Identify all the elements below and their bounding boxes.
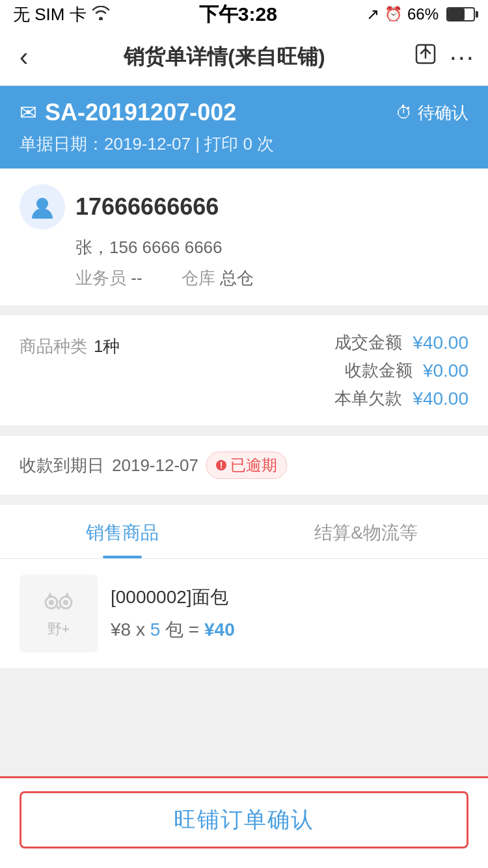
order-id: SA-20191207-002	[45, 99, 236, 126]
wifi-icon	[92, 5, 110, 25]
product-qty: 5	[150, 619, 161, 640]
date-label: 单据日期：	[20, 134, 104, 154]
product-item: 野+ [0000002]面包 ¥8 x 5 包 = ¥40	[0, 559, 488, 669]
nav-bar: ‹ 销货单详情(来自旺铺) ···	[0, 29, 488, 86]
customer-card: 17666666666 张，156 6666 6666 业务员 -- 仓库 总仓	[0, 169, 488, 305]
page-title: 销货单详情(来自旺铺)	[124, 43, 325, 72]
avatar	[20, 184, 65, 230]
order-date-row: 单据日期：2019-12-07 | 打印 0 次	[20, 133, 468, 156]
product-total: ¥40	[204, 619, 235, 640]
svg-point-5	[63, 600, 68, 605]
product-list: 野+ [0000002]面包 ¥8 x 5 包 = ¥40	[0, 559, 488, 669]
tab-settlement-logistics[interactable]: 结算&物流等	[244, 505, 488, 558]
confirm-order-button[interactable]: 旺铺订单确认	[20, 791, 468, 848]
customer-meta: 业务员 -- 仓库 总仓	[75, 267, 468, 290]
product-equals: =	[189, 619, 204, 640]
battery-icon	[446, 7, 475, 21]
customer-phone: 17666666666	[75, 193, 219, 221]
order-header: ✉ SA-20191207-002 ⏱ 待确认 单据日期：2019-12-07 …	[0, 86, 488, 169]
overdue-badge: ! 已逾期	[206, 452, 287, 479]
status-text: 待确认	[418, 102, 468, 124]
order-header-top: ✉ SA-20191207-002 ⏱ 待确认	[20, 99, 468, 126]
payment-label: 收款金额	[345, 359, 413, 382]
status-clock-icon: ⏱	[396, 103, 413, 123]
product-multiply: x	[136, 619, 150, 640]
carrier-text: 无 SIM 卡	[13, 3, 87, 26]
share-icon[interactable]	[414, 43, 437, 71]
customer-row: 17666666666	[20, 184, 468, 230]
print-info: 打印 0 次	[204, 134, 274, 154]
payment-row: 收款金额 ¥0.00	[345, 359, 468, 382]
tab-sales-products[interactable]: 销售商品	[0, 505, 244, 558]
order-status: ⏱ 待确认	[396, 102, 468, 124]
product-info: [0000002]面包 ¥8 x 5 包 = ¥40	[111, 585, 468, 642]
product-thumbnail: 野+	[20, 575, 98, 653]
order-date-value: 2019-12-07	[104, 134, 191, 154]
product-name: [0000002]面包	[111, 585, 468, 610]
summary-left: 商品种类 1种	[20, 331, 120, 358]
status-bar: 无 SIM 卡 下午3:28 ↗ ⏰ 66%	[0, 0, 488, 29]
status-time: 下午3:28	[199, 1, 277, 28]
product-unit: 包	[165, 619, 183, 640]
location-icon: ↗	[366, 5, 379, 23]
overdue-text: 已逾期	[230, 455, 277, 476]
due-date-value: 2019-12-07	[112, 455, 198, 476]
due-row: 本单欠款 ¥40.00	[334, 387, 468, 410]
svg-point-4	[49, 600, 54, 605]
summary-row: 商品种类 1种 成交金额 ¥40.00 收款金额 ¥0.00 本单欠款 ¥40.…	[20, 331, 468, 410]
product-price: ¥8	[111, 619, 131, 640]
due-value: ¥40.00	[413, 388, 468, 409]
alarm-icon: ⏰	[385, 6, 402, 23]
bottom-button-wrap: 旺铺订单确认	[0, 776, 488, 868]
sales-label: 业务员 --	[75, 267, 142, 290]
summary-right: 成交金额 ¥40.00 收款金额 ¥0.00 本单欠款 ¥40.00	[334, 331, 468, 410]
payment-value: ¥0.00	[423, 360, 468, 381]
product-calc: ¥8 x 5 包 = ¥40	[111, 617, 468, 642]
product-type-label: 商品种类	[20, 335, 87, 358]
nav-actions: ···	[414, 42, 475, 72]
status-left: 无 SIM 卡	[13, 3, 110, 26]
product-type-value: 1种	[94, 335, 120, 358]
amount-label: 成交金额	[334, 331, 402, 354]
amount-value: ¥40.00	[413, 332, 468, 353]
more-icon[interactable]: ···	[450, 42, 475, 72]
summary-card: 商品种类 1种 成交金额 ¥40.00 收款金额 ¥0.00 本单欠款 ¥40.…	[0, 316, 488, 426]
due-date-label: 收款到期日	[20, 454, 104, 477]
status-right: ↗ ⏰ 66%	[366, 5, 475, 23]
due-label: 本单欠款	[334, 387, 402, 410]
battery-text: 66%	[407, 5, 439, 23]
amount-row: 成交金额 ¥40.00	[334, 331, 468, 354]
svg-point-1	[36, 198, 48, 210]
tabs-bar: 销售商品 结算&物流等	[0, 505, 488, 559]
overdue-dot-icon: !	[216, 460, 226, 470]
customer-name: 张，156 6666 6666	[75, 236, 468, 259]
back-button[interactable]: ‹	[13, 36, 34, 78]
warehouse-label: 仓库 总仓	[182, 267, 254, 290]
due-date-card: 收款到期日 2019-12-07 ! 已逾期	[0, 436, 488, 495]
order-icon: ✉	[20, 100, 37, 125]
separator: |	[195, 134, 204, 154]
